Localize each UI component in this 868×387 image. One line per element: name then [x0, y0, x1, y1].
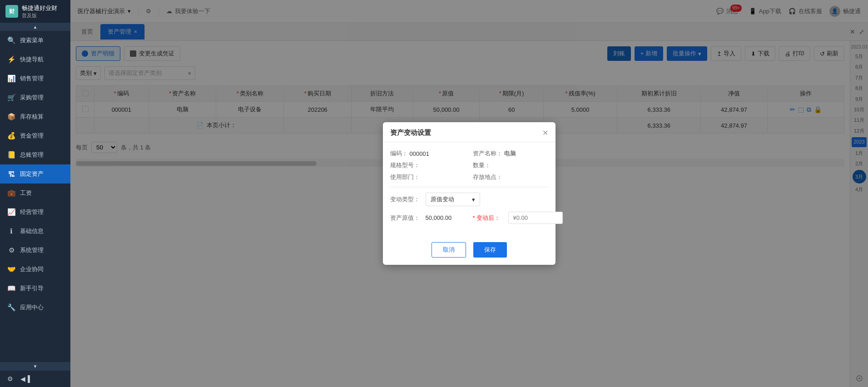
basic-info-icon: ℹ	[7, 227, 15, 235]
sidebar-item-payroll[interactable]: 💼 工资	[0, 184, 70, 203]
modal-after-change-input[interactable]	[508, 212, 563, 224]
sidebar-logo: 财 畅捷通好业财 普及版	[0, 0, 70, 23]
inventory-icon: 📦	[7, 113, 15, 121]
sidebar-item-management[interactable]: 📈 经营管理	[0, 203, 70, 222]
modal-change-type-row: 变动类型： 原值变动 ▾	[390, 193, 548, 206]
sidebar-item-finance[interactable]: 💰 资金管理	[0, 126, 70, 145]
cancel-label: 取消	[443, 246, 455, 253]
sidebar-item-label-finance: 资金管理	[20, 132, 44, 140]
sidebar-item-label-quick-nav: 快捷导航	[20, 55, 44, 64]
payroll-icon: 💼	[7, 189, 15, 197]
guide-icon: 📖	[7, 284, 15, 293]
quick-nav-icon: ⚡	[7, 55, 15, 64]
sidebar-item-label-system: 系统管理	[20, 246, 44, 254]
sidebar-item-label-basic-info: 基础信息	[20, 227, 44, 235]
sidebar-footer: ⚙ ◀▐	[0, 370, 70, 387]
sidebar-item-guide[interactable]: 📖 新手引导	[0, 279, 70, 298]
sidebar-item-label-search: 搜索菜单	[20, 36, 44, 45]
modal-spec-label: 规格型号：	[390, 161, 420, 169]
modal-body: 编码： 000001 资产名称： 电脑 规格型号： 数量： 使用部门：	[383, 142, 556, 237]
settings-icon[interactable]: ⚙	[7, 375, 13, 382]
sidebar-item-quick-nav[interactable]: ⚡ 快捷导航	[0, 50, 70, 69]
modal-department-item: 使用部门：	[390, 173, 466, 181]
modal-location-label: 存放地点：	[473, 173, 502, 181]
sidebar-item-system[interactable]: ⚙ 系统管理	[0, 241, 70, 260]
modal-asset-value: 50,000.00	[426, 214, 462, 221]
management-icon: 📈	[7, 208, 15, 216]
modal-change-type-label: 变动类型：	[390, 195, 422, 203]
modal-cancel-btn[interactable]: 取消	[432, 242, 466, 258]
logo-sub-text: 普及版	[22, 12, 57, 19]
modal-container: 资产变动设置 ✕ 编码： 000001 资产名称： 电脑 规格型号： 数量：	[0, 0, 868, 387]
modal-info-grid: 编码： 000001 资产名称： 电脑 规格型号： 数量： 使用部门：	[390, 149, 548, 181]
sidebar-item-basic-info[interactable]: ℹ 基础信息	[0, 222, 70, 241]
logo-text: 畅捷通好业财 普及版	[22, 4, 57, 19]
modal-change-type-select[interactable]: 原值变动 ▾	[426, 193, 480, 206]
modal-quantity-item: 数量：	[473, 161, 548, 169]
modal-location-item: 存放地点：	[473, 173, 548, 181]
modal-name-value: 电脑	[504, 149, 516, 158]
app-center-icon: 🔧	[7, 303, 15, 312]
collapse-icon[interactable]: ◀▐	[20, 375, 30, 382]
system-icon: ⚙	[7, 246, 15, 254]
modal-footer: 取消 保存	[383, 237, 556, 265]
modal-asset-value-label: 资产原值：	[390, 214, 422, 222]
modal-department-label: 使用部门：	[390, 173, 420, 181]
modal-after-change-label: * 变动后：	[473, 214, 505, 222]
finance-icon: 💰	[7, 132, 15, 140]
modal-code-label: 编码：	[390, 149, 408, 158]
sidebar: 财 畅捷通好业财 普及版 ▲ 🔍 搜索菜单 ⚡ 快捷导航 📊 销售管理 🛒 采购	[0, 0, 70, 387]
fixed-assets-icon: 🏗	[7, 170, 15, 178]
modal-name-item: 资产名称： 电脑	[473, 149, 548, 158]
sidebar-item-label-guide: 新手引导	[20, 284, 44, 293]
sidebar-item-label-ledger: 总账管理	[20, 151, 44, 159]
modal-save-btn[interactable]: 保存	[473, 242, 507, 258]
collaboration-icon: 🤝	[7, 265, 15, 273]
modal-header: 资产变动设置 ✕	[383, 122, 556, 142]
modal-code-item: 编码： 000001	[390, 149, 466, 158]
sidebar-item-label-collaboration: 企业协同	[20, 265, 44, 273]
sidebar-item-label-management: 经营管理	[20, 208, 44, 216]
modal-code-value: 000001	[410, 150, 429, 157]
modal-divider	[390, 187, 548, 187]
sales-icon: 📊	[7, 74, 15, 83]
save-label: 保存	[484, 246, 496, 253]
sidebar-item-sales[interactable]: 📊 销售管理	[0, 69, 70, 88]
modal-select-dropdown-icon: ▾	[472, 196, 475, 203]
sidebar-item-app-center[interactable]: 🔧 应用中心	[0, 298, 70, 317]
sidebar-item-label-sales: 销售管理	[20, 74, 44, 83]
modal-quantity-label: 数量：	[473, 161, 491, 169]
search-icon: 🔍	[7, 36, 15, 45]
sidebar-item-label-inventory: 库存核算	[20, 113, 44, 121]
sidebar-item-fixed-assets[interactable]: 🏗 固定资产	[0, 164, 70, 184]
asset-change-modal: 资产变动设置 ✕ 编码： 000001 资产名称： 电脑 规格型号： 数量：	[383, 122, 556, 265]
sidebar-item-search[interactable]: 🔍 搜索菜单	[0, 31, 70, 50]
sidebar-item-inventory[interactable]: 📦 库存核算	[0, 107, 70, 126]
scroll-down-arrow[interactable]: ▼	[0, 362, 70, 370]
sidebar-item-label-fixed-assets: 固定资产	[20, 170, 44, 178]
sidebar-item-label-purchase: 采购管理	[20, 94, 44, 102]
logo-main-text: 畅捷通好业财	[22, 4, 57, 12]
sidebar-item-label-payroll: 工资	[20, 189, 32, 197]
sidebar-item-ledger[interactable]: 📒 总账管理	[0, 145, 70, 164]
modal-spec-item: 规格型号：	[390, 161, 466, 169]
modal-title: 资产变动设置	[390, 129, 431, 137]
modal-change-type-value: 原值变动	[431, 195, 454, 203]
purchase-icon: 🛒	[7, 94, 15, 102]
modal-asset-value-row: 资产原值： 50,000.00 * 变动后：	[390, 212, 548, 224]
sidebar-item-label-app-center: 应用中心	[20, 303, 44, 312]
scroll-up-arrow[interactable]: ▲	[0, 23, 70, 31]
modal-close-btn[interactable]: ✕	[542, 129, 548, 137]
sidebar-item-collaboration[interactable]: 🤝 企业协同	[0, 260, 70, 279]
sidebar-item-purchase[interactable]: 🛒 采购管理	[0, 88, 70, 107]
logo-icon: 财	[5, 5, 18, 18]
ledger-icon: 📒	[7, 151, 15, 159]
sidebar-menu: 🔍 搜索菜单 ⚡ 快捷导航 📊 销售管理 🛒 采购管理 📦 库存核算 💰	[0, 31, 70, 362]
modal-name-label: 资产名称：	[473, 149, 502, 158]
